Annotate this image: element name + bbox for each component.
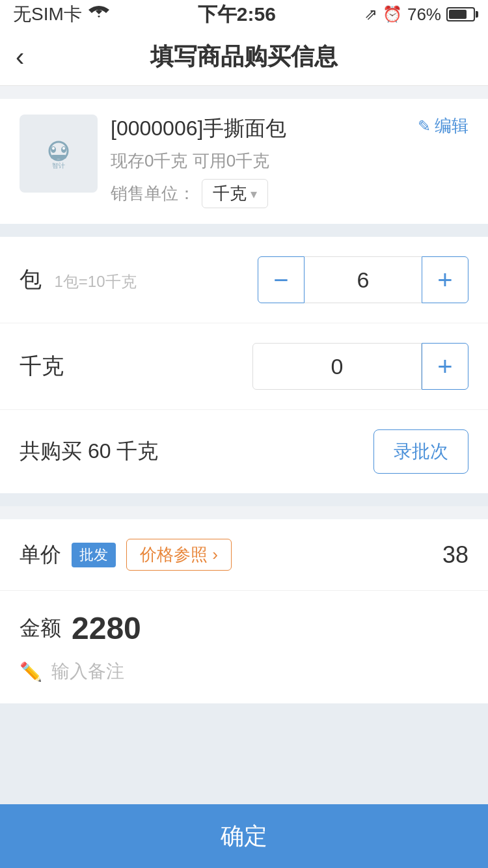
product-unit: 销售单位： 千克 ▾ [111,179,468,208]
status-bar: 无SIM卡 下午2:56 ⇗ ⏰ 76% [0,0,488,29]
summary-text: 共购买 60 千克 [20,437,158,466]
battery-percent: 76% [407,5,441,25]
price-label: 单价 [20,541,61,569]
amount-row: 金额 2280 [20,610,468,646]
svg-point-5 [62,147,65,150]
divider-1 [0,224,488,237]
bag-quantity-control: − + [258,256,468,303]
carrier-label: 无SIM卡 [13,2,82,27]
location-icon: ⇗ [364,5,377,23]
unit-value: 千克 [213,182,247,205]
product-info: [0000006]手撕面包 现存0千克 可用0千克 销售单位： 千克 ▾ [111,115,468,208]
bag-label: 包 1包=10千克 [20,265,258,295]
summary-row: 共购买 60 千克 录批次 [0,410,488,493]
svg-point-4 [52,147,55,150]
status-left: 无SIM卡 [13,2,109,27]
page-title: 填写商品购买信息 [150,41,338,73]
input-section: 包 1包=10千克 − + 千克 + [0,237,488,410]
bag-quantity-input[interactable] [305,256,422,303]
bag-input-row: 包 1包=10千克 − + [0,237,488,323]
svg-text:智计: 智计 [52,162,65,169]
wifi-icon [88,4,109,25]
edit-icon: ✎ [418,117,431,135]
amount-section: 金额 2280 ✏️ 输入备注 [0,590,488,703]
bag-hint: 1包=10千克 [54,273,136,290]
unit-select[interactable]: 千克 ▾ [202,179,268,208]
svg-rect-3 [51,155,66,159]
kg-quantity-input[interactable] [252,343,422,390]
batch-button[interactable]: 录批次 [373,429,468,474]
kg-input-row: 千克 + [0,323,488,410]
unit-dropdown-icon: ▾ [251,186,257,202]
amount-label: 金额 [20,614,61,643]
kg-label: 千克 [20,351,252,381]
product-card: 智计 [0000006]手撕面包 现存0千克 可用0千克 销售单位： 千克 ▾ … [0,99,488,224]
pencil-icon: ✏️ [20,661,42,683]
battery-icon [446,7,475,21]
product-stock: 现存0千克 可用0千克 [111,150,468,172]
price-value: 38 [442,541,468,569]
confirm-button[interactable]: 确定 [0,804,488,868]
alarm-icon: ⏰ [383,5,402,23]
kg-quantity-control: + [252,343,468,390]
edit-button[interactable]: ✎ 编辑 [418,115,468,137]
product-name: [0000006]手撕面包 [111,115,468,143]
bag-minus-button[interactable]: − [258,256,305,303]
edit-label: 编辑 [435,115,468,137]
time-label: 下午2:56 [198,1,276,28]
product-image: 智计 [20,115,98,193]
back-button[interactable]: ‹ [16,42,24,72]
unit-label: 销售单位： [111,182,195,205]
amount-value: 2280 [72,610,141,646]
remark-placeholder: 输入备注 [51,659,124,684]
price-section: 单价 批发 价格参照 › 38 [0,519,488,590]
bag-plus-button[interactable]: + [422,256,468,303]
nav-bar: ‹ 填写商品购买信息 [0,29,488,86]
status-right: ⇗ ⏰ 76% [364,5,475,25]
price-type-tag: 批发 [72,543,116,567]
remark-row[interactable]: ✏️ 输入备注 [20,659,468,684]
divider-2 [0,493,488,506]
price-row: 单价 批发 价格参照 › 38 [20,539,468,571]
price-ref-button[interactable]: 价格参照 › [126,539,232,571]
kg-plus-button[interactable]: + [422,343,468,390]
